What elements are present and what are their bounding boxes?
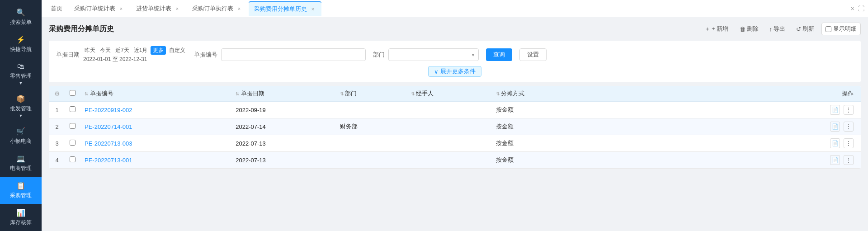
- col-handler-header: ⇅ 经手人: [406, 86, 491, 102]
- col-settings-header: ⚙: [49, 86, 65, 102]
- col-checkbox-header: [65, 86, 80, 102]
- row-num: 4: [49, 152, 65, 169]
- plus-icon: ＋: [704, 25, 710, 33]
- row-num: 2: [49, 118, 65, 135]
- expand-button[interactable]: ∨ 展开更多条件: [428, 66, 481, 77]
- sort-icon: ⇅: [340, 91, 344, 96]
- wholesale-icon: 📦: [16, 94, 25, 103]
- view-icon[interactable]: 📄: [830, 138, 840, 148]
- doc-no-cell: PE-20220713-001: [80, 152, 231, 169]
- tab-actions: × ⛶: [851, 5, 864, 12]
- tab-purchase-order-stats[interactable]: 采购订单统计表 ×: [69, 1, 130, 16]
- dept-label: 部门: [373, 51, 385, 59]
- dept-cell: [335, 135, 406, 152]
- handler-cell: [406, 152, 491, 169]
- expand-row: ∨ 展开更多条件: [56, 66, 854, 77]
- tab-purchase-exec[interactable]: 采购订单执行表 ×: [187, 1, 248, 16]
- method-cell: 按金额: [491, 152, 763, 169]
- sidebar-item-ecommerce-small[interactable]: 🛒 小畅电商: [0, 123, 42, 150]
- data-table: ⚙ ⇅ 单据编号 ⇅ 单据日期: [49, 86, 861, 169]
- row-checkbox[interactable]: [70, 156, 75, 162]
- handler-cell: [406, 102, 491, 118]
- col-actions-header: 操作: [763, 86, 861, 102]
- more-action-icon[interactable]: ⋮: [844, 105, 854, 115]
- settings-cog-icon[interactable]: ⚙: [54, 90, 60, 97]
- doc-no-link[interactable]: PE-20220714-001: [85, 123, 132, 130]
- custom-btn[interactable]: 自定义: [168, 46, 187, 55]
- add-button[interactable]: ＋ + 新增: [701, 23, 732, 35]
- table-row: 1 PE-20220919-002 2022-09-19 按金额 📄: [49, 102, 861, 118]
- show-col-button[interactable]: 显示明细: [821, 23, 861, 35]
- page-title: 采购费用分摊单历史: [49, 24, 114, 34]
- maximize-icon[interactable]: ⛶: [858, 5, 864, 12]
- sidebar-item-inventory[interactable]: 📊 库存核算: [0, 204, 42, 231]
- doc-no-cell: PE-20220713-003: [80, 135, 231, 152]
- content-area: 采购费用分摊单历史 ＋ + 新增 🗑 删除 ↑ 导出 ↺ 刷新: [42, 17, 868, 231]
- settings-button[interactable]: 设置: [519, 48, 547, 61]
- date-cell: 2022-09-19: [231, 102, 335, 118]
- doc-no-input[interactable]: [221, 48, 366, 61]
- date-cell: 2022-07-13: [231, 135, 335, 152]
- row-checkbox[interactable]: [70, 123, 75, 129]
- table-wrap: ⚙ ⇅ 单据编号 ⇅ 单据日期: [49, 86, 861, 169]
- export-icon: ↑: [769, 26, 773, 33]
- close-icon[interactable]: ×: [310, 6, 316, 12]
- date-field: 单据日期 昨天 今天 近7天 近1月 更多 自定义 2022-01-01 至 2…: [56, 46, 187, 63]
- actions-cell: 📄 ⋮: [763, 118, 861, 135]
- sidebar-item-purchase[interactable]: 📋 采购管理: [0, 177, 42, 204]
- row-checkbox[interactable]: [70, 140, 75, 146]
- close-icon[interactable]: ×: [118, 5, 124, 12]
- more-btn[interactable]: 更多: [151, 46, 166, 55]
- col-dept-header: ⇅ 部门: [335, 86, 406, 102]
- method-cell: 按金额: [491, 102, 763, 118]
- refresh-button[interactable]: ↺ 刷新: [793, 23, 818, 35]
- more-action-icon[interactable]: ⋮: [844, 138, 854, 148]
- export-button[interactable]: ↑ 导出: [766, 23, 789, 35]
- yesterday-btn[interactable]: 昨天: [83, 46, 97, 55]
- sidebar: 🔍 搜索菜单 ⚡ 快捷导航 🛍 零售管理 ▼ 📦 批发管理 ▼ 🛒 小畅电商 💻…: [0, 0, 42, 231]
- dept-cell: 财务部: [335, 118, 406, 135]
- chevron-down-icon: ▼: [19, 113, 23, 118]
- more-action-icon[interactable]: ⋮: [844, 122, 854, 132]
- delete-button[interactable]: 🗑 删除: [736, 23, 762, 35]
- row-checkbox[interactable]: [70, 106, 75, 112]
- tab-inbound-stats[interactable]: 进货单统计表 ×: [131, 1, 186, 16]
- select-all-checkbox[interactable]: [70, 90, 75, 96]
- tab-expense-history[interactable]: 采购费用分摊单历史 ×: [249, 1, 321, 16]
- doc-no-label: 单据编号: [194, 51, 217, 59]
- col-doc-no-header: ⇅ 单据编号: [80, 86, 231, 102]
- doc-no-link[interactable]: PE-20220919-002: [85, 107, 132, 113]
- today-btn[interactable]: 今天: [99, 46, 112, 55]
- actions-cell: 📄 ⋮: [763, 135, 861, 152]
- date-cell: 2022-07-13: [231, 152, 335, 169]
- sidebar-item-wholesale[interactable]: 📦 批发管理 ▼: [0, 90, 42, 123]
- sidebar-item-ecommerce[interactable]: 💻 电商管理: [0, 150, 42, 177]
- sort-icon: ⇅: [85, 91, 88, 96]
- date-range-text: 2022-01-01 至 2022-12-31: [83, 56, 187, 63]
- dept-input[interactable]: [388, 48, 479, 61]
- sidebar-item-retail[interactable]: 🛍 零售管理 ▼: [0, 58, 42, 90]
- show-col-checkbox[interactable]: [826, 26, 831, 32]
- doc-no-cell: PE-20220714-001: [80, 118, 231, 135]
- ecommerce-icon: 💻: [16, 154, 25, 163]
- date-shortcuts: 昨天 今天 近7天 近1月 更多 自定义: [83, 46, 187, 55]
- search-button[interactable]: 查询: [486, 48, 512, 61]
- doc-no-link[interactable]: PE-20220713-001: [85, 157, 132, 164]
- close-icon[interactable]: ×: [174, 5, 180, 12]
- sidebar-item-search[interactable]: 🔍 搜索菜单: [0, 4, 42, 31]
- more-action-icon[interactable]: ⋮: [844, 155, 854, 165]
- close-icon[interactable]: ×: [236, 5, 242, 12]
- tab-home[interactable]: 首页: [45, 1, 68, 16]
- view-icon[interactable]: 📄: [830, 122, 840, 132]
- dept-cell: [335, 102, 406, 118]
- last7-btn[interactable]: 近7天: [114, 46, 131, 55]
- sidebar-item-quicknav[interactable]: ⚡ 快捷导航: [0, 31, 42, 58]
- view-icon[interactable]: 📄: [830, 155, 840, 165]
- sort-icon: ⇅: [236, 91, 239, 96]
- last1m-btn[interactable]: 近1月: [132, 46, 149, 55]
- date-cell: 2022-07-14: [231, 118, 335, 135]
- view-icon[interactable]: 📄: [830, 105, 840, 115]
- close-all-icon[interactable]: ×: [851, 5, 854, 12]
- doc-no-link[interactable]: PE-20220713-003: [85, 140, 132, 147]
- row-num: 3: [49, 135, 65, 152]
